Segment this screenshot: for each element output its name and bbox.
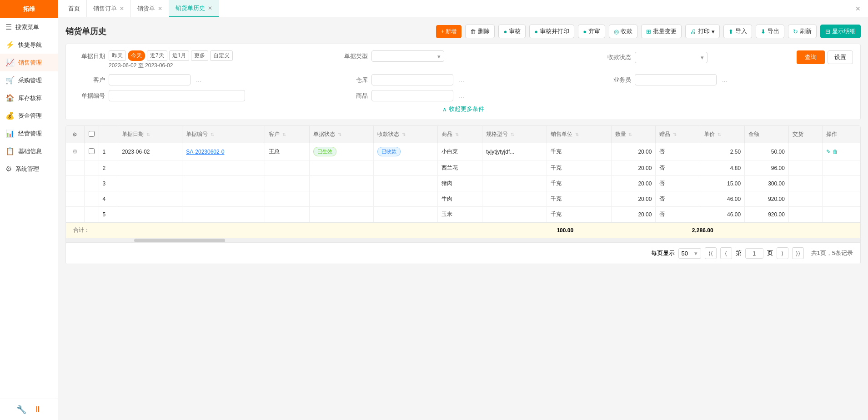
review-print-button[interactable]: ● 审核并打印 [529, 25, 574, 38]
page-number-input[interactable] [745, 248, 763, 259]
table-footer: 合计： 100.00 2,286.00 [66, 222, 860, 238]
print-dropdown-icon: ▾ [712, 28, 715, 35]
th-unit[interactable]: 销售单位 ⇅ [547, 126, 611, 143]
tab-sales-history[interactable]: 销货单历史 ✕ [169, 0, 219, 17]
delete-icon: 🗑 [470, 28, 476, 35]
date-btn-yesterday[interactable]: 昨天 [109, 50, 126, 61]
th-customer[interactable]: 客户 ⇅ [265, 126, 310, 143]
print-button[interactable]: 🖨 打印 ▾ [685, 25, 720, 38]
system-icon: ⚙ [5, 165, 12, 173]
row-gear-icon[interactable]: ⚙ [72, 148, 78, 155]
set-button[interactable]: 设置 [828, 50, 853, 64]
footer-total-amount: 2,286.00 [645, 227, 717, 234]
total-info: 共1页，5条记录 [811, 249, 853, 257]
date-buttons: 昨天 今天 近7天 近1月 更多 自定义 [109, 50, 233, 61]
doc-no-input[interactable] [109, 90, 245, 101]
th-gear[interactable]: ⚙ [66, 126, 84, 143]
goods-input[interactable] [371, 90, 453, 101]
delete-button[interactable]: 🗑 删除 [465, 25, 495, 38]
row-checkbox[interactable] [89, 148, 95, 154]
sales-icon: 📈 [5, 58, 15, 67]
th-unit-price[interactable]: 单价 ⇅ [700, 126, 745, 143]
prev-page-button[interactable]: ⟨ [720, 247, 732, 259]
import-button[interactable]: ⬆ 导入 [723, 25, 752, 38]
tab-sales-goods[interactable]: 销货单 ✕ [131, 0, 169, 17]
sidebar-item-inventory[interactable]: 🏠 库存核算 [0, 89, 58, 107]
tab-sales-order[interactable]: 销售订单 ✕ [87, 0, 131, 17]
th-spec[interactable]: 规格型号 ⇅ [482, 126, 547, 143]
th-collect-status[interactable]: 收款状态 ⇅ [374, 126, 438, 143]
sidebar-item-label: 快捷导航 [18, 41, 42, 49]
new-button[interactable]: + 新增 [436, 25, 462, 38]
staff-input[interactable] [635, 74, 717, 85]
sidebar-item-search-menu[interactable]: ☰ 搜索菜单 [0, 18, 58, 36]
th-goods[interactable]: 商品 ⇅ [438, 126, 482, 143]
warehouse-ellipsis[interactable]: ... [457, 76, 466, 84]
close-sales-order-tab[interactable]: ✕ [120, 5, 124, 12]
doc-type-select[interactable] [371, 50, 444, 62]
sidebar-logo: 拓维 [0, 0, 58, 18]
th-gift[interactable]: 赠品 ⇅ [656, 126, 700, 143]
sidebar-item-purchase-mgmt[interactable]: 🛒 采购管理 [0, 71, 58, 89]
delete-action[interactable]: 🗑 [833, 149, 838, 155]
sidebar-item-system[interactable]: ⚙ 系统管理 [0, 160, 58, 178]
table-row: 5玉米千克20.00否46.00920.00 [66, 207, 860, 222]
date-btn-custom[interactable]: 自定义 [210, 50, 233, 61]
abandon-button[interactable]: ● 弃审 [578, 25, 605, 38]
th-doc-status[interactable]: 单据状态 ⇅ [310, 126, 374, 143]
sidebar-collapse-icon[interactable]: ⏸ [34, 405, 42, 415]
next-page-button[interactable]: ⟩ [777, 247, 788, 259]
collect-icon: ◎ [614, 28, 619, 35]
data-table: ⚙ 单据日期 ⇅ 单据编号 ⇅ 客户 ⇅ 单据状态 ⇅ 收款状态 ⇅ 商品 ⇅ … [66, 126, 860, 222]
date-btn-1month[interactable]: 近1月 [169, 50, 190, 61]
doc-no-link[interactable]: SA-20230602-0 [186, 149, 224, 155]
staff-label: 业务员 [599, 76, 631, 84]
export-button[interactable]: ⬇ 导出 [756, 25, 784, 38]
customer-input[interactable] [109, 74, 191, 85]
tab-home[interactable]: 首页 [62, 0, 87, 17]
last-page-button[interactable]: ⟩⟩ [792, 247, 804, 259]
sidebar-item-finance[interactable]: 💰 资金管理 [0, 107, 58, 125]
th-actions: 操作 [822, 126, 860, 143]
review-print-icon: ● [534, 28, 538, 35]
operation-icon: 📊 [5, 129, 15, 138]
customer-ellipsis[interactable]: ... [194, 76, 203, 84]
th-doc-date[interactable]: 单据日期 ⇅ [118, 126, 182, 143]
collapse-button[interactable]: ∧ 收起更多条件 [73, 105, 853, 113]
sidebar-item-basic-info[interactable]: 📋 基础信息 [0, 142, 58, 160]
scrollbar-thumb[interactable] [134, 239, 225, 242]
per-page-select[interactable]: 50 100 [678, 248, 701, 259]
th-doc-no[interactable]: 单据编号 ⇅ [182, 126, 265, 143]
horizontal-scrollbar[interactable] [66, 238, 860, 242]
collect-button[interactable]: ◎ 收款 [609, 25, 637, 38]
close-sales-history-tab[interactable]: ✕ [208, 5, 212, 11]
sidebar-settings-icon[interactable]: 🔧 [16, 405, 26, 415]
staff-ellipsis[interactable]: ... [720, 76, 729, 84]
th-qty[interactable]: 数量 ⇅ [611, 126, 656, 143]
date-btn-more[interactable]: 更多 [191, 50, 208, 61]
show-detail-button[interactable]: ⊟ 显示明细 [820, 25, 861, 38]
warehouse-input[interactable] [371, 74, 453, 85]
close-sales-goods-tab[interactable]: ✕ [158, 5, 162, 12]
customer-label: 客户 [73, 76, 105, 84]
query-button[interactable]: 查询 [797, 50, 825, 64]
sidebar-item-operation[interactable]: 📊 经营管理 [0, 125, 58, 142]
close-all-tabs[interactable]: ✕ [852, 5, 864, 12]
sidebar-item-label: 库存核算 [18, 94, 42, 102]
sidebar-item-quick-nav[interactable]: ⚡ 快捷导航 [0, 36, 58, 54]
goods-ellipsis[interactable]: ... [457, 92, 466, 100]
date-btn-today[interactable]: 今天 [128, 50, 145, 61]
sidebar-item-label: 资金管理 [18, 112, 42, 120]
review-button[interactable]: ● 审核 [498, 25, 526, 38]
edit-action[interactable]: ✎ [826, 149, 831, 155]
refresh-button[interactable]: ↻ 刷新 [788, 25, 817, 38]
sidebar-item-label: 系统管理 [15, 165, 39, 173]
sidebar-item-sales-mgmt[interactable]: 📈 销售管理 [0, 54, 58, 71]
batch-change-button[interactable]: ⊞ 批量变更 [641, 25, 682, 38]
date-btn-7days[interactable]: 近7天 [147, 50, 167, 61]
per-page-select-wrapper: 50 100 [678, 248, 701, 259]
search-icon: ☰ [5, 23, 12, 31]
first-page-button[interactable]: ⟨⟨ [705, 247, 717, 259]
select-all-checkbox[interactable] [89, 131, 95, 137]
collect-status-select[interactable] [635, 52, 707, 63]
